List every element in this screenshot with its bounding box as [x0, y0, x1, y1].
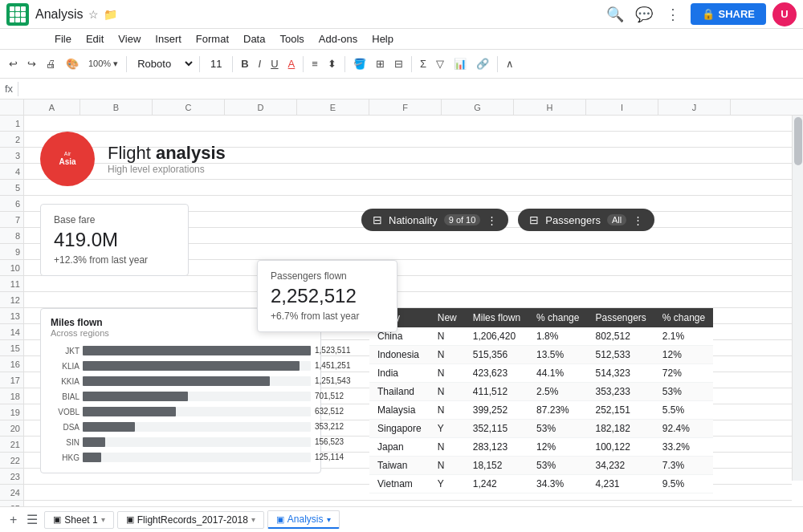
menu-tools[interactable]: Tools [273, 31, 310, 47]
fill-color-button[interactable]: 🪣 [349, 55, 370, 72]
col-header-i[interactable]: I [586, 99, 658, 115]
row-num-20[interactable]: 20 [0, 420, 23, 437]
more-button[interactable]: ⋮ [662, 3, 684, 26]
toolbar-divider-1 [126, 56, 127, 72]
paint-format-button[interactable]: 🎨 [62, 55, 83, 72]
col-header-f[interactable]: F [369, 99, 442, 115]
col-header-b[interactable]: B [80, 99, 153, 115]
col-header-j[interactable]: J [658, 99, 731, 115]
font-color-button[interactable]: A [284, 55, 300, 72]
row-num-15[interactable]: 15 [0, 340, 23, 356]
row-num-24[interactable]: 24 [0, 485, 23, 501]
font-select[interactable]: Roboto [131, 55, 195, 72]
td-new: Y [430, 420, 465, 438]
print-button[interactable]: 🖨 [42, 55, 60, 72]
table-row: Indonesia N 515,356 13.5% 512,533 12% [369, 346, 713, 364]
align-button[interactable]: ≡ [308, 55, 322, 72]
menu-format[interactable]: Format [190, 31, 235, 47]
sheet-tab-analysis-arrow: ▾ [327, 515, 331, 524]
col-header-c[interactable]: C [153, 99, 225, 115]
col-header-g[interactable]: G [442, 99, 514, 115]
bar-bg: 701,512 [83, 392, 311, 401]
italic-button[interactable]: I [255, 55, 266, 72]
td-miles: 423,623 [465, 364, 528, 383]
row-num-22[interactable]: 22 [0, 453, 23, 469]
col-header-e[interactable]: E [297, 99, 369, 115]
row-num-19[interactable]: 19 [0, 404, 23, 420]
row-num-8[interactable]: 8 [0, 228, 23, 244]
menu-addons[interactable]: Add-ons [312, 31, 364, 47]
link-button[interactable]: 🔗 [472, 55, 493, 72]
menu-help[interactable]: Help [365, 31, 400, 47]
sum-button[interactable]: Σ [416, 55, 430, 72]
td-passengers: 514,323 [587, 364, 654, 383]
zoom-button[interactable]: 100% ▾ [84, 56, 122, 71]
menu-insert[interactable]: Insert [149, 31, 188, 47]
row-num-13[interactable]: 13 [0, 308, 23, 324]
nationality-filter[interactable]: ⊟ Nationality 9 of 10 ⋮ [361, 209, 508, 231]
row-num-10[interactable]: 10 [0, 260, 23, 276]
row-num-23[interactable]: 23 [0, 469, 23, 485]
data-table: nality New Miles flown % change Passenge… [369, 308, 713, 493]
row-num-17[interactable]: 17 [0, 372, 23, 388]
row-num-16[interactable]: 16 [0, 356, 23, 372]
row-num-5[interactable]: 5 [0, 180, 23, 196]
td-pct-miles: 12% [528, 438, 587, 457]
nationality-filter-menu-icon: ⋮ [487, 214, 497, 226]
logo-subtitle: High level explorations [108, 164, 226, 175]
row-num-9[interactable]: 9 [0, 244, 23, 260]
sheet-tab-analysis[interactable]: ▣ Analysis ▾ [267, 510, 340, 529]
avatar[interactable]: U [772, 2, 797, 26]
top-bar-actions: 🔍 💬 ⋮ 🔒 SHARE U [604, 2, 797, 26]
col-header-d[interactable]: D [225, 99, 297, 115]
row-num-1[interactable]: 1 [0, 116, 23, 132]
row-num-6[interactable]: 6 [0, 196, 23, 212]
row-num-11[interactable]: 11 [0, 276, 23, 292]
borders-button[interactable]: ⊞ [372, 55, 389, 72]
valign-button[interactable]: ⬍ [324, 55, 340, 72]
scrollbar-thumb[interactable] [794, 117, 802, 165]
bold-button[interactable]: B [237, 55, 252, 72]
undo-button[interactable]: ↩ [5, 55, 22, 72]
col-header-a[interactable]: A [24, 99, 80, 115]
sheets-menu-button[interactable]: ☰ [23, 510, 41, 529]
row-num-7[interactable]: 7 [0, 212, 23, 228]
col-header-h[interactable]: H [514, 99, 586, 115]
title-prefix: Flight [108, 143, 151, 163]
font-size-input[interactable] [204, 55, 228, 72]
row-num-2[interactable]: 2 [0, 132, 23, 148]
search-button[interactable]: 🔍 [604, 3, 626, 26]
row-num-25[interactable]: 25 [0, 501, 23, 506]
td-nation: Japan [369, 438, 430, 457]
row-num-4[interactable]: 4 [0, 164, 23, 180]
passengers-filter[interactable]: ⊟ Passengers All ⋮ [518, 209, 654, 231]
collapse-toolbar-button[interactable]: ∧ [502, 55, 518, 72]
share-button[interactable]: 🔒 SHARE [691, 3, 766, 25]
menu-edit[interactable]: Edit [79, 31, 110, 47]
menu-view[interactable]: View [112, 31, 147, 47]
row-num-14[interactable]: 14 [0, 324, 23, 340]
td-miles: 399,252 [465, 401, 528, 420]
menu-file[interactable]: File [48, 31, 78, 47]
row-num-12[interactable]: 12 [0, 292, 23, 308]
sheet-tab-sheet1[interactable]: ▣ Sheet 1 ▾ [44, 511, 113, 529]
add-sheet-button[interactable]: + [6, 511, 20, 529]
merge-button[interactable]: ⊟ [390, 55, 407, 72]
scrollbar[interactable] [792, 116, 803, 481]
doc-title[interactable]: Analysis [35, 7, 84, 22]
underline-button[interactable]: U [267, 55, 282, 72]
chart-button[interactable]: 📊 [450, 55, 471, 72]
row-num-21[interactable]: 21 [0, 437, 23, 453]
td-passengers: 100,122 [587, 438, 654, 457]
filter-button[interactable]: ▽ [432, 55, 448, 72]
row-num-18[interactable]: 18 [0, 388, 23, 404]
row-num-3[interactable]: 3 [0, 148, 23, 164]
redo-button[interactable]: ↪ [23, 55, 40, 72]
star-icon[interactable]: ☆ [88, 8, 99, 21]
td-nation: Malaysia [369, 401, 430, 420]
menu-data[interactable]: Data [237, 31, 271, 47]
sheet-tab-records[interactable]: ▣ FlightRecords_2017-2018 ▾ [117, 511, 264, 529]
folder-icon[interactable]: 📁 [104, 8, 117, 21]
chat-button[interactable]: 💬 [633, 3, 655, 26]
td-miles: 352,115 [465, 420, 528, 438]
